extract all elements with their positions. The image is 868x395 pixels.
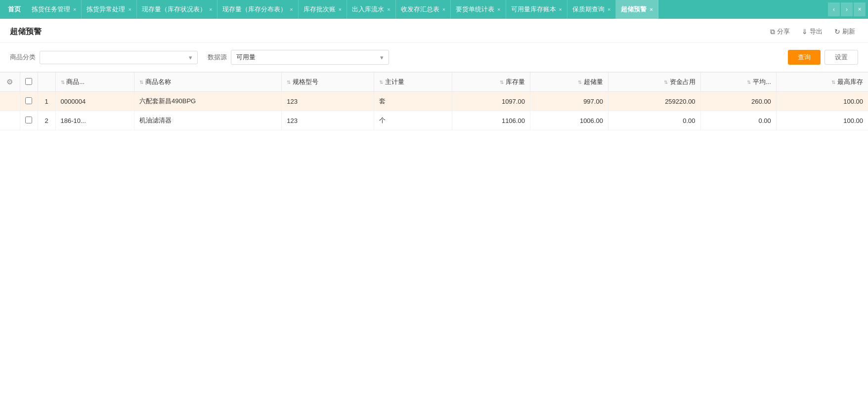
datasource-arrow-icon: ▾ [380, 54, 384, 61]
td-spec-0: 123 [282, 92, 374, 111]
category-arrow-icon: ▾ [189, 54, 192, 61]
th-check [20, 73, 38, 92]
row-checkbox-0[interactable] [25, 97, 32, 104]
td-goods-name-0: 六配套新昌490BPG [134, 92, 282, 111]
sort-icon: ⇅ [578, 79, 582, 85]
check-all-checkbox[interactable] [25, 78, 32, 85]
td-goods-code-1: 186-10... [55, 111, 134, 130]
td-avg-0: 260.00 [700, 92, 776, 111]
setting-button[interactable]: 设置 [825, 50, 858, 65]
th-goods-code[interactable]: ⇅ 商品... [55, 73, 134, 92]
th-spec[interactable]: ⇅ 规格型号 [282, 73, 374, 92]
td-setting-1 [0, 111, 20, 130]
close-tab-2[interactable]: × [209, 6, 212, 12]
setting-gear-icon[interactable]: ⚙ [6, 78, 13, 86]
sort-icon: ⇅ [500, 79, 504, 85]
th-stock[interactable]: ⇅ 库存量 [452, 73, 530, 92]
nav-arrow-close[interactable]: × [854, 2, 866, 16]
category-filter-group: 商品分类 ▾ [10, 51, 198, 64]
sort-icon: ⇅ [139, 79, 143, 85]
refresh-button[interactable]: ↻ 刷新 [831, 26, 858, 38]
nav-tab-4[interactable]: 库存批次账 × [299, 0, 347, 19]
td-setting-0 [0, 92, 20, 111]
export-icon: ⇓ [802, 28, 808, 36]
refresh-icon: ↻ [834, 28, 840, 36]
row-checkbox-1[interactable] [25, 117, 32, 123]
page-content: 超储预警 ⧉ 分享 ⇓ 导出 ↻ 刷新 商品分类 ▾ 数据源 [0, 19, 868, 395]
share-icon: ⧉ [770, 28, 775, 36]
close-tab-7[interactable]: × [497, 6, 500, 12]
page-header: 超储预警 ⧉ 分享 ⇓ 导出 ↻ 刷新 [0, 19, 868, 43]
close-tab-5[interactable]: × [387, 6, 390, 12]
filter-area: 商品分类 ▾ 数据源 可用量 ▾ 查询 设置 [0, 43, 868, 72]
nav-tab-7[interactable]: 要货单统计表 × [451, 0, 506, 19]
top-nav: 首页 拣货任务管理 × 拣货异常处理 × 现存量（库存状况表） × 现存量（库存… [0, 0, 868, 19]
td-max-stock-1: 100.00 [776, 111, 868, 130]
close-tab-4[interactable]: × [339, 6, 342, 12]
datasource-select[interactable]: 可用量 ▾ [231, 50, 389, 65]
table-row: 2 186-10... 机油滤清器 123 个 1106.00 1006.00 … [0, 111, 868, 130]
export-button[interactable]: ⇓ 导出 [799, 26, 825, 38]
sort-icon: ⇅ [747, 79, 751, 85]
close-tab-8[interactable]: × [559, 6, 562, 12]
nav-tab-0[interactable]: 拣货任务管理 × [27, 0, 82, 19]
td-check-1 [20, 111, 38, 130]
th-goods-name[interactable]: ⇅ 商品名称 [134, 73, 282, 92]
sort-icon: ⇅ [831, 79, 835, 85]
close-tab-6[interactable]: × [442, 6, 445, 12]
td-check-0 [20, 92, 38, 111]
category-label: 商品分类 [10, 53, 36, 62]
th-index [38, 73, 55, 92]
td-goods-code-0: 0000004 [55, 92, 134, 111]
th-max-stock[interactable]: ⇅ 最高库存 [776, 73, 868, 92]
close-tab-1[interactable]: × [128, 6, 131, 12]
sort-icon: ⇅ [287, 79, 291, 85]
table-row: 1 0000004 六配套新昌490BPG 123 套 1097.00 997.… [0, 92, 868, 111]
sort-icon: ⇅ [61, 79, 65, 85]
nav-tab-10[interactable]: 超储预警 × [616, 0, 658, 19]
td-stock-1: 1106.00 [452, 111, 530, 130]
th-capital[interactable]: ⇅ 资金占用 [608, 73, 700, 92]
close-tab-0[interactable]: × [73, 6, 76, 12]
close-tab-3[interactable]: × [290, 6, 293, 12]
nav-arrows: ‹ › × [827, 2, 866, 16]
nav-arrow-left[interactable]: ‹ [828, 2, 840, 16]
header-actions: ⧉ 分享 ⇓ 导出 ↻ 刷新 [767, 26, 858, 38]
td-avg-1: 0.00 [700, 111, 776, 130]
td-max-stock-0: 100.00 [776, 92, 868, 111]
td-spec-1: 123 [282, 111, 374, 130]
nav-tab-9[interactable]: 保质期查询 × [567, 0, 616, 19]
data-table: ⚙ ⇅ 商品... ⇅ 商品名称 ⇅ [0, 72, 868, 130]
page-title: 超储预警 [10, 27, 42, 37]
nav-tab-5[interactable]: 出入库流水 × [347, 0, 395, 19]
nav-tab-8[interactable]: 可用量库存账本 × [506, 0, 567, 19]
td-unit-1: 个 [374, 111, 452, 130]
table-body: 1 0000004 六配套新昌490BPG 123 套 1097.00 997.… [0, 92, 868, 130]
query-button[interactable]: 查询 [788, 50, 821, 65]
nav-tab-2[interactable]: 现存量（库存状况表） × [137, 0, 217, 19]
nav-tab-1[interactable]: 拣货异常处理 × [82, 0, 136, 19]
td-index-0: 1 [38, 92, 55, 111]
nav-tab-6[interactable]: 收发存汇总表 × [396, 0, 451, 19]
td-unit-0: 套 [374, 92, 452, 111]
nav-arrow-right[interactable]: › [841, 2, 853, 16]
sort-icon: ⇅ [379, 79, 383, 85]
th-overstock[interactable]: ⇅ 超储量 [530, 73, 608, 92]
td-overstock-1: 1006.00 [530, 111, 608, 130]
datasource-value: 可用量 [236, 53, 256, 62]
th-avg[interactable]: ⇅ 平均... [700, 73, 776, 92]
sort-icon: ⇅ [664, 79, 668, 85]
category-select[interactable]: ▾ [40, 51, 198, 64]
close-tab-9[interactable]: × [608, 6, 610, 12]
datasource-label: 数据源 [208, 53, 227, 62]
share-button[interactable]: ⧉ 分享 [767, 26, 793, 38]
table-container: ⚙ ⇅ 商品... ⇅ 商品名称 ⇅ [0, 72, 868, 130]
th-setting[interactable]: ⚙ [0, 73, 20, 92]
table-header-row: ⚙ ⇅ 商品... ⇅ 商品名称 ⇅ [0, 73, 868, 92]
filter-actions: 查询 设置 [788, 50, 858, 65]
nav-tab-3[interactable]: 现存量（库存分布表） × [217, 0, 298, 19]
th-unit[interactable]: ⇅ 主计量 [374, 73, 452, 92]
td-stock-0: 1097.00 [452, 92, 530, 111]
nav-home[interactable]: 首页 [2, 5, 27, 14]
close-tab-10[interactable]: × [650, 6, 652, 12]
